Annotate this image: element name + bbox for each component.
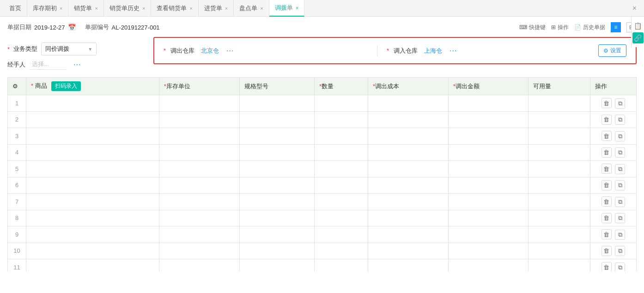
- amount-cell[interactable]: [448, 95, 529, 112]
- sidebar-link-icon[interactable]: 🔗: [632, 32, 644, 43]
- unit-cell[interactable]: [159, 210, 239, 226]
- amount-cell[interactable]: [448, 177, 529, 194]
- manager-input[interactable]: 选择...: [29, 59, 66, 70]
- available-cell[interactable]: [529, 177, 590, 194]
- product-cell[interactable]: [26, 95, 159, 112]
- unit-cell[interactable]: [159, 161, 239, 177]
- cost-cell[interactable]: [368, 95, 448, 112]
- delete-icon[interactable]: 🗑: [601, 213, 612, 223]
- spec-cell[interactable]: [239, 177, 314, 194]
- tab-purchase[interactable]: 进货单 ×: [199, 0, 234, 17]
- amount-cell[interactable]: [448, 144, 529, 161]
- tab-close-inventory-check[interactable]: ×: [260, 6, 263, 11]
- available-cell[interactable]: [529, 194, 590, 210]
- delete-icon[interactable]: 🗑: [601, 246, 612, 256]
- cost-cell[interactable]: [368, 194, 448, 210]
- qty-cell[interactable]: [315, 194, 368, 210]
- cost-cell[interactable]: [368, 226, 448, 243]
- unit-cell[interactable]: [159, 144, 239, 161]
- qty-cell[interactable]: [315, 95, 368, 112]
- available-cell[interactable]: [529, 95, 590, 112]
- spec-cell[interactable]: [239, 194, 314, 210]
- copy-icon[interactable]: ⧉: [615, 180, 625, 190]
- sidebar-note-icon[interactable]: 📋: [632, 20, 644, 31]
- product-cell[interactable]: [26, 144, 159, 161]
- amount-cell[interactable]: [448, 128, 529, 145]
- tab-close-transfer[interactable]: ×: [296, 5, 298, 11]
- calendar-icon[interactable]: 📅: [68, 24, 76, 31]
- available-cell[interactable]: [529, 111, 590, 128]
- delete-icon[interactable]: 🗑: [601, 147, 612, 158]
- product-cell[interactable]: [26, 226, 159, 243]
- spec-cell[interactable]: [239, 161, 314, 177]
- tab-close-sales-order[interactable]: ×: [95, 6, 97, 11]
- tab-inventory-check[interactable]: 盘点单 ×: [234, 0, 269, 17]
- qty-cell[interactable]: [315, 111, 368, 128]
- available-cell[interactable]: [529, 161, 590, 177]
- cost-cell[interactable]: [368, 144, 448, 161]
- product-cell[interactable]: [26, 259, 159, 272]
- available-cell[interactable]: [529, 259, 590, 272]
- qty-cell[interactable]: [315, 161, 368, 177]
- product-cell[interactable]: [26, 111, 159, 128]
- available-cell[interactable]: [529, 210, 590, 226]
- spec-cell[interactable]: [239, 226, 314, 243]
- spec-cell[interactable]: [239, 210, 314, 226]
- unit-cell[interactable]: [159, 128, 239, 145]
- settings-button[interactable]: ⚙ 设置: [598, 44, 626, 57]
- tab-close-inventory-init[interactable]: ×: [60, 6, 62, 11]
- delete-icon[interactable]: 🗑: [601, 196, 612, 207]
- spec-cell[interactable]: [239, 259, 314, 272]
- available-cell[interactable]: [529, 128, 590, 145]
- cost-cell[interactable]: [368, 128, 448, 145]
- cost-cell[interactable]: [368, 111, 448, 128]
- warehouse-in-more-button[interactable]: ···: [450, 47, 457, 55]
- product-cell[interactable]: [26, 210, 159, 226]
- tab-sales-order[interactable]: 销货单 ×: [68, 0, 103, 17]
- scan-button[interactable]: 扫码录入: [51, 81, 81, 91]
- product-cell[interactable]: [26, 161, 159, 177]
- history-action[interactable]: 📄 历史单据: [574, 24, 605, 31]
- delete-icon[interactable]: 🗑: [601, 229, 612, 239]
- copy-icon[interactable]: ⧉: [615, 197, 625, 207]
- spec-cell[interactable]: [239, 95, 314, 112]
- tab-close-view-sales[interactable]: ×: [189, 6, 192, 11]
- product-cell[interactable]: [26, 243, 159, 259]
- amount-cell[interactable]: [448, 161, 529, 177]
- unit-cell[interactable]: [159, 111, 239, 128]
- copy-icon[interactable]: ⧉: [615, 115, 625, 125]
- tab-bar-close-button[interactable]: ×: [629, 4, 640, 12]
- unit-cell[interactable]: [159, 95, 239, 112]
- tab-view-sales[interactable]: 查看销货单 ×: [151, 0, 198, 17]
- qty-cell[interactable]: [315, 144, 368, 161]
- tab-transfer[interactable]: 调拨单 ×: [269, 0, 304, 17]
- amount-cell[interactable]: [448, 111, 529, 128]
- spec-cell[interactable]: [239, 144, 314, 161]
- copy-icon[interactable]: ⧉: [615, 246, 625, 256]
- amount-cell[interactable]: [448, 259, 529, 272]
- delete-icon[interactable]: 🗑: [601, 180, 612, 190]
- qty-cell[interactable]: [315, 210, 368, 226]
- copy-icon[interactable]: ⧉: [615, 213, 625, 223]
- warehouse-out-more-button[interactable]: ···: [226, 47, 234, 55]
- manager-more-button[interactable]: ···: [73, 61, 81, 69]
- qty-cell[interactable]: [315, 128, 368, 145]
- copy-icon[interactable]: ⧉: [615, 98, 625, 109]
- cost-cell[interactable]: [368, 177, 448, 194]
- copy-icon[interactable]: ⧉: [615, 230, 625, 240]
- tab-home[interactable]: 首页: [4, 0, 27, 17]
- amount-cell[interactable]: [448, 226, 529, 243]
- unit-cell[interactable]: [159, 177, 239, 194]
- cost-cell[interactable]: [368, 210, 448, 226]
- delete-icon[interactable]: 🗑: [601, 98, 612, 108]
- shortcut-action[interactable]: ⌨ 快捷键: [519, 24, 546, 31]
- amount-cell[interactable]: [448, 210, 529, 226]
- delete-icon[interactable]: 🗑: [601, 131, 612, 141]
- copy-icon[interactable]: ⧉: [615, 147, 625, 158]
- product-cell[interactable]: [26, 177, 159, 194]
- amount-cell[interactable]: [448, 194, 529, 210]
- unit-cell[interactable]: [159, 259, 239, 272]
- spec-cell[interactable]: [239, 243, 314, 259]
- col-gear[interactable]: ⚙: [8, 78, 26, 95]
- qty-cell[interactable]: [315, 177, 368, 194]
